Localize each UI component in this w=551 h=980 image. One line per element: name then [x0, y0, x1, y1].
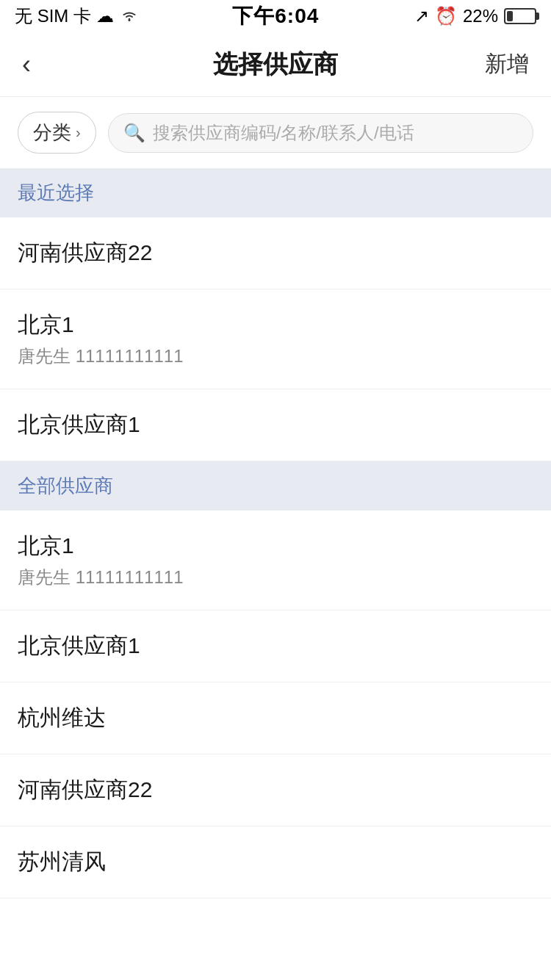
supplier-name: 河南供应商22 [18, 238, 533, 268]
supplier-name: 北京供应商1 [18, 410, 533, 440]
section-header-all: 全部供应商 [0, 461, 551, 511]
supplier-sub: 唐先生 11111111111 [18, 345, 533, 368]
status-left: 无 SIM 卡 ☁ [15, 4, 137, 28]
list-item-a2[interactable]: 北京供应商1 [0, 610, 551, 682]
search-icon: 🔍 [123, 123, 145, 143]
supplier-name: 北京1 [18, 531, 533, 561]
list-item-r3[interactable]: 北京供应商1 [0, 389, 551, 461]
back-button[interactable]: ‹ [22, 49, 66, 80]
list-item-r2[interactable]: 北京1唐先生 11111111111 [0, 289, 551, 389]
section-header-recent: 最近选择 [0, 168, 551, 217]
category-chevron-icon: › [76, 124, 81, 141]
list-item-r1[interactable]: 河南供应商22 [0, 217, 551, 289]
nav-bar: ‹ 选择供应商 新增 [0, 32, 551, 97]
search-placeholder-text: 搜索供应商编码/名称/联系人/电话 [153, 121, 414, 145]
status-right: ↗ ⏰ 22% [414, 6, 536, 26]
supplier-name: 杭州维达 [18, 703, 533, 733]
location-icon: ↗ [414, 6, 429, 26]
supplier-list: 最近选择河南供应商22北京1唐先生 11111111111北京供应商1全部供应商… [0, 168, 551, 898]
search-box[interactable]: 🔍 搜索供应商编码/名称/联系人/电话 [108, 113, 533, 153]
supplier-sub: 唐先生 11111111111 [18, 566, 533, 589]
list-item-a5[interactable]: 苏州清风 [0, 826, 551, 898]
category-filter-button[interactable]: 分类 › [18, 112, 96, 154]
sim-status: 无 SIM 卡 ☁ [15, 4, 114, 28]
page-title: 选择供应商 [213, 48, 338, 82]
supplier-name: 北京1 [18, 310, 533, 340]
list-item-a3[interactable]: 杭州维达 [0, 682, 551, 754]
add-new-button[interactable]: 新增 [485, 49, 529, 79]
status-bar: 无 SIM 卡 ☁ 下午6:04 ↗ ⏰ 22% [0, 0, 551, 32]
supplier-name: 北京供应商1 [18, 631, 533, 661]
list-item-a1[interactable]: 北京1唐先生 11111111111 [0, 511, 551, 610]
status-time: 下午6:04 [232, 2, 319, 30]
wifi-icon [121, 6, 137, 26]
filter-bar: 分类 › 🔍 搜索供应商编码/名称/联系人/电话 [0, 97, 551, 168]
battery-indicator [504, 8, 536, 24]
category-label: 分类 [33, 120, 71, 145]
battery-percent: 22% [463, 6, 498, 26]
alarm-icon: ⏰ [435, 6, 457, 26]
svg-point-0 [128, 19, 130, 21]
supplier-name: 河南供应商22 [18, 775, 533, 805]
supplier-name: 苏州清风 [18, 847, 533, 877]
list-item-a4[interactable]: 河南供应商22 [0, 754, 551, 826]
